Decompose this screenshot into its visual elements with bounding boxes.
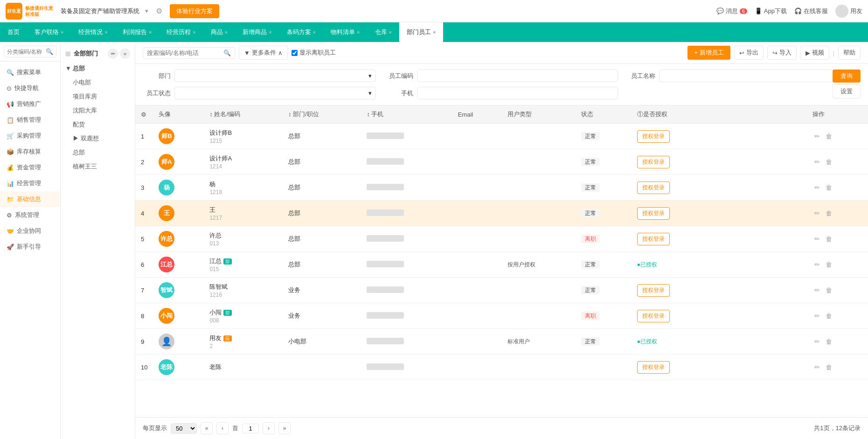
sidebar-item-collab[interactable]: 🤝企业协同	[0, 223, 60, 239]
sidebar-item-quick-nav[interactable]: ⊙快捷导航	[0, 80, 60, 96]
delete-button[interactable]: 🗑	[824, 362, 834, 372]
emp-name-input[interactable]	[659, 70, 861, 82]
dept-tree-item[interactable]: 植树王三	[61, 160, 135, 174]
nav-item-新增商品[interactable]: 新增商品 ×	[235, 22, 279, 42]
sidebar-item-guide[interactable]: 🚀新手引导	[0, 239, 60, 255]
reset-button[interactable]: 设置	[833, 84, 861, 98]
dept-tree-item[interactable]: 沈阳大库	[61, 104, 135, 118]
nav-item-部门员工[interactable]: 部门员工 ×	[399, 22, 443, 42]
last-page-button[interactable]: »	[278, 422, 291, 434]
user-item[interactable]: 用友	[835, 5, 862, 18]
emp-code-input[interactable]	[417, 70, 618, 82]
auth-button[interactable]: 授权登录	[637, 233, 670, 245]
nav-item-物料清单[interactable]: 物料清单 ×	[323, 22, 367, 42]
dept-tree-item[interactable]: ▼ 总部	[61, 62, 135, 76]
sidebar-item-finance[interactable]: 💰资金管理	[0, 160, 60, 175]
delete-button[interactable]: 🗑	[824, 311, 834, 321]
row-auth[interactable]: 授权登录	[632, 149, 714, 175]
edit-button[interactable]: ✏	[812, 132, 822, 141]
row-auth[interactable]: 授权登录	[632, 226, 714, 252]
help-button[interactable]: 帮助	[838, 46, 861, 60]
auth-button[interactable]: 授权登录	[637, 284, 670, 297]
next-page-button[interactable]: ›	[263, 422, 275, 434]
nav-item-首页[interactable]: 首页	[0, 22, 27, 42]
sidebar-search-input[interactable]	[7, 49, 46, 55]
import-button[interactable]: ↪ 导入	[767, 46, 797, 60]
sidebar-item-basic[interactable]: 📁基础信息	[0, 191, 60, 207]
nav-close-icon[interactable]: ×	[433, 29, 436, 35]
auth-button[interactable]: 授权登录	[637, 207, 670, 220]
col-settings[interactable]: ⚙	[135, 105, 153, 124]
edit-button[interactable]: ✏	[812, 260, 822, 269]
dept-tree-item[interactable]: 小电部	[61, 76, 135, 90]
edit-button[interactable]: ✏	[812, 286, 822, 295]
dept-tree-item[interactable]: ▶ 双鹿想	[61, 132, 135, 146]
online-service-item[interactable]: 🎧 在线客服	[794, 7, 828, 15]
nav-close-icon[interactable]: ×	[193, 29, 195, 35]
col-phone[interactable]: ↕ 手机	[361, 105, 452, 124]
auth-button[interactable]: 授权登录	[637, 156, 670, 168]
edit-button[interactable]: ✏	[812, 234, 822, 244]
nav-close-icon[interactable]: ×	[149, 29, 152, 35]
nav-close-icon[interactable]: ×	[104, 29, 107, 35]
dept-tree-item[interactable]: 配货	[61, 118, 135, 132]
nav-item-经营历程[interactable]: 经营历程 ×	[159, 22, 203, 42]
auth-button[interactable]: 授权登录	[637, 310, 670, 322]
auth-button[interactable]: 授权登录	[637, 361, 670, 374]
phone-input[interactable]	[417, 87, 618, 99]
export-button[interactable]: ↩ 导出	[734, 46, 764, 60]
video-button[interactable]: ▶ 视频	[800, 46, 829, 60]
edit-button[interactable]: ✏	[812, 209, 822, 218]
nav-item-客户联络[interactable]: 客户联络 ×	[27, 22, 71, 42]
auth-button[interactable]: 授权登录	[637, 130, 670, 143]
sidebar-item-search-menu[interactable]: 🔍搜索菜单	[0, 64, 60, 80]
nav-close-icon[interactable]: ×	[61, 29, 63, 35]
dept-select[interactable]: ▾	[174, 70, 376, 82]
nav-item-经营情况[interactable]: 经营情况 ×	[71, 22, 115, 42]
emp-status-select[interactable]: ▾	[174, 87, 376, 99]
row-auth[interactable]: 授权登录	[632, 124, 714, 149]
edit-button[interactable]: ✏	[812, 183, 822, 192]
gear-icon[interactable]: ⚙	[156, 7, 162, 15]
prev-page-button[interactable]: ‹	[216, 422, 229, 434]
nav-item-商品[interactable]: 商品 ×	[203, 22, 235, 42]
page-size-select[interactable]: 50 20 100	[171, 423, 197, 434]
dept-tree-item[interactable]: 项目库房	[61, 90, 135, 104]
edit-button[interactable]: ✏	[812, 337, 822, 346]
delete-button[interactable]: 🗑	[824, 183, 834, 192]
nav-close-icon[interactable]: ×	[313, 29, 316, 35]
add-employee-button[interactable]: + 新增员工	[687, 46, 730, 60]
message-item[interactable]: 💬 消息 6	[716, 7, 747, 15]
edit-button[interactable]: ✏	[812, 362, 822, 372]
row-auth[interactable]: 授权登录	[632, 303, 714, 329]
trial-button[interactable]: 体验行业方案	[170, 4, 219, 18]
col-name[interactable]: ↕ 姓名/编码	[204, 105, 283, 124]
dropdown-icon[interactable]: ▾	[145, 7, 148, 14]
nav-close-icon[interactable]: ×	[269, 29, 271, 35]
delete-button[interactable]: 🗑	[824, 286, 834, 295]
first-page-button[interactable]: «	[201, 422, 213, 434]
delete-button[interactable]: 🗑	[824, 337, 834, 346]
show-resigned-checkbox[interactable]: 显示离职员工	[292, 49, 336, 57]
auth-button[interactable]: 授权登录	[637, 181, 670, 194]
app-download-item[interactable]: 📱 App下载	[755, 7, 787, 15]
query-button[interactable]: 查询	[833, 70, 861, 83]
search-input[interactable]	[147, 49, 222, 56]
edit-button[interactable]: ✏	[812, 157, 822, 167]
row-auth[interactable]: 授权登录	[632, 355, 714, 380]
delete-button[interactable]: 🗑	[824, 157, 834, 167]
row-auth[interactable]: 授权登录	[632, 201, 714, 226]
dept-collapse-button[interactable]: «	[120, 49, 130, 59]
sidebar-item-sales[interactable]: 📋销售管理	[0, 112, 60, 128]
delete-button[interactable]: 🗑	[824, 209, 834, 218]
sidebar-item-system[interactable]: ⚙系统管理	[0, 207, 60, 223]
col-dept[interactable]: ↕ 部门/职位	[283, 105, 361, 124]
nav-item-利润报告[interactable]: 利润报告 ×	[115, 22, 159, 42]
row-auth[interactable]: 授权登录	[632, 175, 714, 201]
nav-close-icon[interactable]: ×	[389, 29, 392, 35]
page-input[interactable]	[242, 424, 259, 433]
delete-button[interactable]: 🗑	[824, 234, 834, 244]
edit-button[interactable]: ✏	[812, 311, 822, 321]
nav-close-icon[interactable]: ×	[225, 29, 228, 35]
sidebar-item-marketing[interactable]: 📢营销推广	[0, 96, 60, 112]
